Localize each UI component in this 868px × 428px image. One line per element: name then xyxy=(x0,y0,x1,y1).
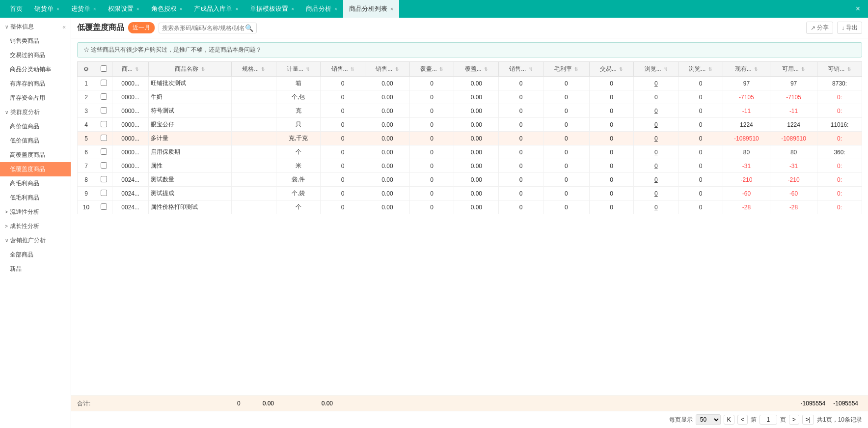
sidebar-item-high-coverage[interactable]: 高覆盖度商品 xyxy=(0,148,71,162)
cell-salescount: 0 xyxy=(499,187,543,200)
nav-sales[interactable]: 销货单 × xyxy=(28,0,65,18)
sidebar-section-cluster[interactable]: ∨ 类群度分析 xyxy=(0,105,71,119)
cell-browse1[interactable]: 0 xyxy=(634,90,678,104)
row-checkbox[interactable] xyxy=(101,203,107,210)
sidebar-item-stock-goods[interactable]: 有库存的商品 xyxy=(0,77,71,91)
col-grossmargin[interactable]: 毛利率 ⇅ xyxy=(543,62,589,77)
col-browse1[interactable]: 浏览... ⇅ xyxy=(634,62,678,77)
nav-analysis-list-close[interactable]: × xyxy=(390,6,393,12)
nav-sales-close[interactable]: × xyxy=(56,6,59,12)
sidebar-section-overall[interactable]: ∨ 整体信息 « xyxy=(0,20,71,34)
nav-products[interactable]: 产成品入库单 × xyxy=(188,0,244,18)
table-wrapper: ⚙ 商... ⇅ 商品名称 ⇅ xyxy=(71,61,868,396)
sidebar-section-liquidity[interactable]: > 流通性分析 xyxy=(0,205,71,219)
cell-browse1[interactable]: 0 xyxy=(634,173,678,187)
col-salesamt[interactable]: 销售... ⇅ xyxy=(365,62,410,77)
sidebar-item-all-goods[interactable]: 全部商品 xyxy=(0,248,71,262)
sidebar-item-stock-funds[interactable]: 库存资金占用 xyxy=(0,91,71,105)
nav-purchase[interactable]: 进货单 × xyxy=(65,0,102,18)
nav-roles-close[interactable]: × xyxy=(180,6,183,12)
cell-browse1[interactable]: 0 xyxy=(634,159,678,173)
nav-roles[interactable]: 角色授权 × xyxy=(145,0,189,18)
sidebar-item-low-coverage[interactable]: 低覆盖度商品 xyxy=(0,162,71,176)
row-checkbox[interactable] xyxy=(101,80,107,86)
col-coverage2[interactable]: 覆盖... ⇅ xyxy=(454,62,499,77)
cell-browse1[interactable]: 0 xyxy=(634,200,678,214)
cell-coverage1: 0 xyxy=(409,118,454,132)
col-coverage1[interactable]: 覆盖... ⇅ xyxy=(409,62,454,77)
sidebar-item-category-rate[interactable]: 商品分类动销率 xyxy=(0,62,71,77)
col-name[interactable]: 商品名称 ⇅ xyxy=(148,62,231,77)
sidebar-item-new-goods[interactable]: 新品 xyxy=(0,262,71,276)
cell-saleable: 8730: xyxy=(817,77,862,90)
nav-templates[interactable]: 单据模板设置 × xyxy=(244,0,300,18)
cell-spec xyxy=(231,200,276,214)
sidebar-item-traded-goods[interactable]: 交易过的商品 xyxy=(0,48,71,62)
nav-analysis-close[interactable]: × xyxy=(334,6,337,12)
sidebar-item-low-value[interactable]: 低价值商品 xyxy=(0,134,71,148)
nav-templates-close[interactable]: × xyxy=(291,6,294,12)
cell-browse1[interactable]: 0 xyxy=(634,187,678,200)
col-current[interactable]: 现有... ⇅ xyxy=(723,62,770,77)
nav-analysis[interactable]: 商品分析 × xyxy=(300,0,343,18)
nav-close-all[interactable]: × xyxy=(852,4,864,13)
row-checkbox[interactable] xyxy=(101,190,107,196)
col-transaction[interactable]: 交易... ⇅ xyxy=(589,62,634,77)
col-unit[interactable]: 计量... ⇅ xyxy=(276,62,321,77)
cell-name: 测试提成 xyxy=(148,187,231,200)
cell-browse1[interactable]: 0 xyxy=(634,132,678,145)
nav-analysis-list[interactable]: 商品分析列表 × xyxy=(343,0,399,18)
cell-coverage1: 0 xyxy=(409,145,454,159)
nav-permissions-close[interactable]: × xyxy=(136,6,139,12)
cell-saleable: 0: xyxy=(817,187,862,200)
first-page-btn[interactable]: K xyxy=(724,415,734,425)
nav-purchase-close[interactable]: × xyxy=(93,6,96,12)
nav-home[interactable]: 首页 xyxy=(4,0,28,18)
cell-available: 1224 xyxy=(770,118,817,132)
row-checkbox[interactable] xyxy=(101,93,107,100)
col-spec[interactable]: 规格... ⇅ xyxy=(231,62,276,77)
sidebar-section-marketing[interactable]: ∨ 营销推广分析 xyxy=(0,233,71,248)
cell-salesamt: 0.00 xyxy=(365,159,410,173)
last-page-btn[interactable]: >| xyxy=(802,415,814,425)
sidebar-item-sales-goods[interactable]: 销售类商品 xyxy=(0,34,71,48)
cell-coverage2: 0.00 xyxy=(454,145,499,159)
current-page-input[interactable] xyxy=(760,415,777,425)
row-checkbox[interactable] xyxy=(101,176,107,182)
sidebar-item-high-value[interactable]: 高价值商品 xyxy=(0,119,71,134)
main-layout: ∨ 整体信息 « 销售类商品 交易过的商品 商品分类动销率 有库存的商品 库存资… xyxy=(0,18,868,428)
col-salescount[interactable]: 销售... ⇅ xyxy=(499,62,543,77)
nav-permissions[interactable]: 权限设置 × xyxy=(102,0,145,18)
next-page-btn[interactable]: > xyxy=(789,415,799,425)
row-checkbox[interactable] xyxy=(101,107,107,114)
nav-products-close[interactable]: × xyxy=(235,6,238,12)
sidebar-item-low-margin[interactable]: 低毛利商品 xyxy=(0,191,71,205)
cell-saleable: 0: xyxy=(817,132,862,145)
row-checkbox[interactable] xyxy=(101,121,107,127)
prev-page-btn[interactable]: < xyxy=(737,415,748,425)
select-all-checkbox[interactable] xyxy=(101,65,107,72)
share-button[interactable]: ↗ 分享 xyxy=(806,22,833,34)
collapse-sidebar-btn[interactable]: « xyxy=(62,24,66,30)
cell-browse1[interactable]: 0 xyxy=(634,77,678,90)
col-browse2[interactable]: 浏览... ⇅ xyxy=(678,62,723,77)
search-input[interactable] xyxy=(162,25,245,31)
col-settings[interactable]: ⚙ xyxy=(78,62,95,77)
sidebar-section-growth[interactable]: > 成长性分析 xyxy=(0,219,71,233)
cell-browse1[interactable]: 0 xyxy=(634,104,678,118)
sidebar-item-high-margin[interactable]: 高毛利商品 xyxy=(0,176,71,191)
col-saleable[interactable]: 可销... ⇅ xyxy=(817,62,862,77)
row-checkbox[interactable] xyxy=(101,135,107,141)
cell-browse1[interactable]: 0 xyxy=(634,118,678,132)
cell-browse1[interactable]: 0 xyxy=(634,145,678,159)
per-page-select[interactable]: 50 20 100 xyxy=(696,414,721,425)
row-checkbox[interactable] xyxy=(101,148,107,155)
row-checkbox[interactable] xyxy=(101,162,107,169)
settings-icon[interactable]: ⚙ xyxy=(83,66,89,73)
export-button[interactable]: ↓ 导出 xyxy=(837,22,862,34)
share-icon: ↗ xyxy=(811,25,815,31)
time-filter-month1[interactable]: 近一月 xyxy=(128,22,155,33)
col-available[interactable]: 可用... ⇅ xyxy=(770,62,817,77)
col-salesqty[interactable]: 销售... ⇅ xyxy=(321,62,365,77)
col-code[interactable]: 商... ⇅ xyxy=(112,62,149,77)
